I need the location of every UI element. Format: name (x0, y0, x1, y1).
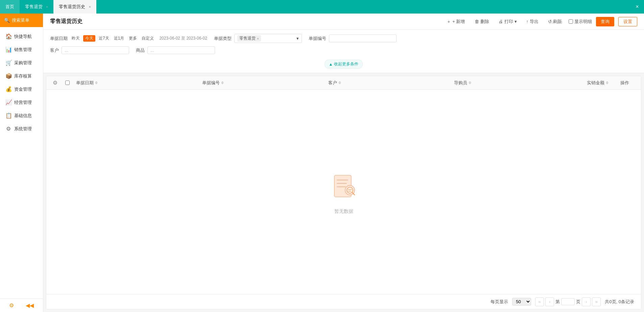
sidebar-icon: 💰 (5, 86, 11, 92)
last-page-button[interactable]: » (592, 297, 601, 306)
sidebar-search-button[interactable]: 🔍 搜索菜单 (0, 14, 43, 27)
sidebar-icon: 📋 (5, 112, 11, 119)
date-shortcut-更多[interactable]: 更多 (127, 35, 138, 42)
refresh-button[interactable]: ↺ 刷新 (545, 17, 565, 26)
sidebar-item-库存核算[interactable]: 📦库存核算 (0, 69, 43, 83)
sidebar-item-label: 快捷导航 (14, 34, 32, 40)
sidebar-item-label: 经营管理 (14, 99, 32, 106)
select-all-checkbox-wrapper (61, 81, 73, 85)
sidebar-item-label: 资金管理 (14, 86, 32, 92)
empty-state: 暂无数据 (46, 90, 641, 294)
sidebar-settings-icon[interactable]: ⚙ (9, 302, 14, 309)
collapse-up-icon: ▲ (329, 62, 333, 67)
refresh-icon: ↺ (548, 19, 552, 24)
sidebar-item-采购管理[interactable]: 🛒采购管理 (0, 56, 43, 69)
main-layout: 🔍 搜索菜单 🏠快捷导航📊销售管理🛒采购管理📦库存核算💰资金管理📈经营管理📋基础… (0, 14, 644, 312)
sidebar-item-销售管理[interactable]: 📊销售管理 (0, 43, 43, 56)
sidebar-item-基础信息[interactable]: 📋基础信息 (0, 109, 43, 122)
sort-guide-icon[interactable] (469, 81, 471, 84)
export-button[interactable]: ↑ 导出 (524, 17, 542, 26)
th-date: 单据日期 (73, 80, 199, 86)
date-shortcut-昨天[interactable]: 昨天 (70, 35, 81, 42)
sort-date-icon[interactable] (95, 81, 98, 84)
sort-no-icon[interactable] (221, 81, 224, 84)
th-customer: 客户 (326, 80, 452, 86)
voucher-no-input[interactable] (329, 35, 397, 42)
date-shortcut-近1月[interactable]: 近1月 (113, 35, 126, 42)
query-button[interactable]: 查询 (596, 17, 614, 26)
date-shortcut-自定义[interactable]: 自定义 (140, 35, 155, 42)
tab-bar: 首页零售退货×零售退货历史× (0, 0, 630, 14)
page-header: 零售退货历史 ＋ + 新增 🗑 删除 🖨 打印 ▾ ↑ 导出 (43, 14, 644, 30)
sidebar: 🔍 搜索菜单 🏠快捷导航📊销售管理🛒采购管理📦库存核算💰资金管理📈经营管理📋基础… (0, 14, 43, 312)
show-detail-checkbox-wrapper: 显示明细 (569, 19, 592, 25)
tab-零售退货[interactable]: 零售退货× (20, 0, 53, 14)
pagination-nav: « ‹ 第 1 页 › » (535, 297, 601, 306)
print-dropdown-icon: ▾ (515, 19, 517, 24)
voucher-type-tag-close[interactable]: × (257, 37, 259, 41)
delete-button[interactable]: 🗑 删除 (472, 17, 492, 26)
per-page-select[interactable]: 50 20 100 (512, 298, 531, 306)
th-no: 单据编号 (199, 80, 326, 86)
show-detail-checkbox[interactable] (569, 19, 573, 24)
print-button[interactable]: 🖨 打印 ▾ (496, 17, 520, 26)
first-page-button[interactable]: « (535, 297, 544, 306)
sidebar-icon: 📊 (5, 46, 11, 53)
sidebar-item-快捷导航[interactable]: 🏠快捷导航 (0, 30, 43, 43)
add-button[interactable]: ＋ + 新增 (444, 17, 468, 26)
goods-label: 商品 (136, 47, 145, 53)
date-range-display: 2023-06-02 至 2023-06-02 (159, 36, 207, 41)
goods-select[interactable]: ... (147, 46, 215, 54)
sort-amount-icon[interactable] (606, 81, 609, 84)
content-area: 零售退货历史 ＋ + 新增 🗑 删除 🖨 打印 ▾ ↑ 导出 (43, 14, 644, 312)
date-shortcut-近7天[interactable]: 近7天 (97, 35, 111, 42)
tab-close-icon[interactable]: × (89, 5, 91, 9)
voucher-type-label: 单据类型 (214, 36, 232, 42)
voucher-type-select[interactable]: 零售退货 × ▾ (234, 34, 302, 43)
sidebar-item-资金管理[interactable]: 💰资金管理 (0, 83, 43, 96)
table-footer: 每页显示 50 20 100 « ‹ 第 1 页 › » (46, 294, 641, 309)
sidebar-mute-icon[interactable]: ◀◀ (26, 302, 34, 309)
top-bar: 首页零售退货×零售退货历史× × (0, 0, 644, 14)
voucher-no-label: 单据编号 (309, 36, 326, 42)
date-filter: 单据日期 昨天今天近7天近1月更多自定义 2023-06-02 至 2023-0… (50, 35, 207, 42)
window-close-button[interactable]: × (630, 0, 644, 14)
tab-close-icon[interactable]: × (46, 5, 48, 9)
customer-select[interactable]: ... (62, 46, 129, 54)
sidebar-bottom: ⚙ ◀◀ (0, 298, 43, 312)
sort-customer-icon[interactable] (338, 81, 341, 84)
next-page-button[interactable]: › (582, 297, 591, 306)
prev-page-button[interactable]: ‹ (545, 297, 554, 306)
empty-text: 暂无数据 (334, 208, 353, 215)
setting-button[interactable]: 设置 (618, 17, 637, 26)
collapse-button[interactable]: ▲ 收起更多条件 (325, 60, 363, 69)
sidebar-item-经营管理[interactable]: 📈经营管理 (0, 96, 43, 109)
page-prefix-label: 第 (555, 299, 560, 305)
tab-零售退货历史[interactable]: 零售退货历史× (53, 0, 96, 14)
th-actions: 操作 (611, 80, 638, 86)
tab-首页[interactable]: 首页 (0, 0, 20, 14)
column-settings-button[interactable]: ⚙ (49, 80, 61, 86)
page-title: 零售退货历史 (50, 18, 444, 25)
sidebar-search-label: 搜索菜单 (12, 17, 29, 23)
toolbar: ＋ + 新增 🗑 删除 🖨 打印 ▾ ↑ 导出 ↺ (444, 17, 637, 26)
date-shortcut-今天[interactable]: 今天 (83, 35, 95, 42)
current-page-input[interactable]: 1 (561, 298, 575, 305)
sidebar-item-label: 系统管理 (14, 126, 32, 132)
sidebar-item-系统管理[interactable]: ⚙系统管理 (0, 122, 43, 135)
sidebar-item-label: 销售管理 (14, 47, 32, 53)
page-unit-label: 页 (576, 299, 580, 305)
table-area: ⚙ 单据日期 单据编号 (46, 76, 641, 309)
customer-label: 客户 (50, 47, 59, 53)
date-shortcuts: 昨天今天近7天近1月更多自定义 (70, 35, 155, 42)
sidebar-icon: 🛒 (5, 60, 11, 66)
sidebar-item-label: 采购管理 (14, 60, 32, 66)
sidebar-icon: 📈 (5, 99, 11, 106)
table-container: ⚙ 单据日期 单据编号 (46, 76, 641, 309)
voucher-type-tag: 零售退货 × (237, 35, 261, 42)
voucher-no-filter: 单据编号 (309, 35, 397, 42)
sidebar-nav: 🏠快捷导航📊销售管理🛒采购管理📦库存核算💰资金管理📈经营管理📋基础信息⚙系统管理 (0, 27, 43, 298)
select-all-checkbox[interactable] (65, 81, 70, 85)
sidebar-icon: 📦 (5, 73, 11, 79)
th-guide: 导购员 (451, 80, 577, 86)
